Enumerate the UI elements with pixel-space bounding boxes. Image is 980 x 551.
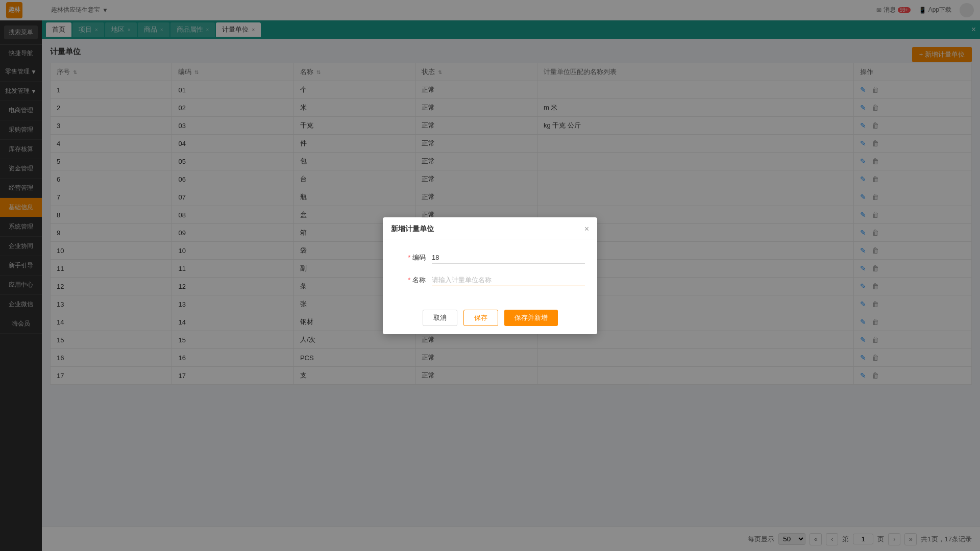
dialog-header: 新增计量单位 × [383, 217, 597, 239]
save-add-btn[interactable]: 保存并新增 [504, 310, 558, 326]
dialog-footer: 取消 保存 保存并新增 [383, 305, 597, 334]
code-input[interactable] [432, 252, 585, 264]
code-label: 编码 [395, 253, 426, 262]
dialog-body: 编码 名称 [383, 239, 597, 305]
modal-overlay: 新增计量单位 × 编码 名称 取消 保存 保存并新增 [0, 0, 980, 551]
code-form-row: 编码 [395, 252, 585, 264]
cancel-btn[interactable]: 取消 [423, 310, 457, 326]
name-form-row: 名称 [395, 274, 585, 286]
name-label: 名称 [395, 276, 426, 285]
save-btn[interactable]: 保存 [463, 310, 498, 326]
dialog-close-btn[interactable]: × [584, 224, 589, 234]
add-unit-dialog: 新增计量单位 × 编码 名称 取消 保存 保存并新增 [383, 217, 597, 334]
dialog-title: 新增计量单位 [391, 224, 434, 234]
name-input[interactable] [432, 274, 585, 286]
